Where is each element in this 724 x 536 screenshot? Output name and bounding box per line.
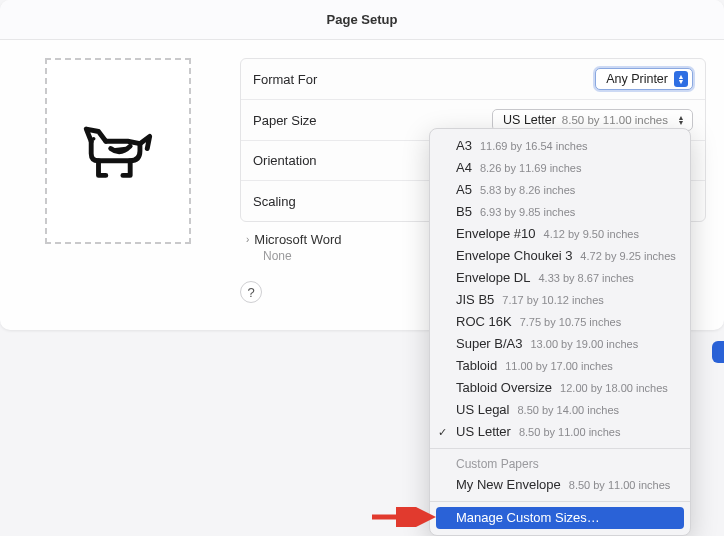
paper-size-option[interactable]: ✓US Letter8.50 by 11.00 inches: [430, 421, 690, 443]
option-dim: 11.69 by 16.54 inches: [480, 138, 588, 154]
option-dim: 8.50 by 11.00 inches: [519, 424, 621, 440]
paper-size-option[interactable]: A55.83 by 8.26 inches: [430, 179, 690, 201]
orientation-label: Orientation: [253, 153, 317, 168]
updown-icon: ▲▼: [674, 71, 688, 87]
window-title: Page Setup: [327, 12, 398, 27]
option-dim: 4.33 by 8.67 inches: [538, 270, 633, 286]
updown-icon: ▲▼: [674, 112, 688, 128]
paper-size-option[interactable]: Envelope DL4.33 by 8.67 inches: [430, 267, 690, 289]
option-name: JIS B5: [456, 292, 494, 308]
check-icon: ✓: [438, 424, 447, 440]
chevron-right-icon: ›: [246, 234, 249, 245]
paper-size-option[interactable]: ROC 16K7.75 by 10.75 inches: [430, 311, 690, 333]
paper-size-label: Paper Size: [253, 113, 317, 128]
page-preview: [45, 58, 191, 244]
option-dim: 12.00 by 18.00 inches: [560, 380, 668, 396]
paper-size-value: US Letter: [503, 113, 556, 127]
option-dim: 6.93 by 9.85 inches: [480, 204, 575, 220]
option-dim: 8.26 by 11.69 inches: [480, 160, 582, 176]
option-name: US Legal: [456, 402, 509, 418]
option-name: ROC 16K: [456, 314, 512, 330]
option-name: My New Envelope: [456, 477, 561, 493]
option-name: A4: [456, 160, 472, 176]
arrow-annotation: [370, 507, 436, 527]
format-for-label: Format For: [253, 72, 317, 87]
option-name: Envelope DL: [456, 270, 530, 286]
scaling-label: Scaling: [253, 194, 296, 209]
manage-custom-sizes[interactable]: Manage Custom Sizes…: [436, 507, 684, 529]
paper-size-option[interactable]: Envelope Choukei 34.72 by 9.25 inches: [430, 245, 690, 267]
option-name: A3: [456, 138, 472, 154]
option-name: Tabloid: [456, 358, 497, 374]
paper-size-dim: 8.50 by 11.00 inches: [562, 114, 668, 126]
primary-button-edge[interactable]: [712, 341, 724, 363]
paper-size-option[interactable]: Tabloid Oversize12.00 by 18.00 inches: [430, 377, 690, 399]
menu-separator: [430, 501, 690, 502]
option-name: Envelope Choukei 3: [456, 248, 572, 264]
option-name: US Letter: [456, 424, 511, 440]
paper-size-option[interactable]: B56.93 by 9.85 inches: [430, 201, 690, 223]
paper-size-menu[interactable]: A311.69 by 16.54 inchesA48.26 by 11.69 i…: [429, 128, 691, 536]
paper-size-option[interactable]: A48.26 by 11.69 inches: [430, 157, 690, 179]
option-dim: 8.50 by 11.00 inches: [569, 477, 671, 493]
option-name: Tabloid Oversize: [456, 380, 552, 396]
option-dim: 11.00 by 17.00 inches: [505, 358, 613, 374]
custom-papers-header: Custom Papers: [430, 454, 690, 474]
format-for-value: Any Printer: [606, 72, 668, 86]
option-name: Super B/A3: [456, 336, 523, 352]
paper-size-option[interactable]: Tabloid11.00 by 17.00 inches: [430, 355, 690, 377]
disclosure-app-label: Microsoft Word: [254, 232, 341, 247]
menu-separator: [430, 448, 690, 449]
option-name: A5: [456, 182, 472, 198]
help-button[interactable]: ?: [240, 281, 262, 303]
format-for-popup[interactable]: Any Printer ▲▼: [595, 68, 693, 90]
paper-size-option[interactable]: Envelope #104.12 by 9.50 inches: [430, 223, 690, 245]
paper-size-option[interactable]: A311.69 by 16.54 inches: [430, 135, 690, 157]
option-dim: 7.75 by 10.75 inches: [520, 314, 622, 330]
svg-point-0: [92, 137, 96, 141]
option-dim: 4.72 by 9.25 inches: [580, 248, 675, 264]
option-dim: 4.12 by 9.50 inches: [544, 226, 639, 242]
option-name: B5: [456, 204, 472, 220]
paper-size-option[interactable]: US Legal8.50 by 14.00 inches: [430, 399, 690, 421]
format-for-row: Format For Any Printer ▲▼: [241, 59, 705, 100]
option-name: Envelope #10: [456, 226, 536, 242]
paper-size-option[interactable]: My New Envelope8.50 by 11.00 inches: [430, 474, 690, 496]
option-dim: 13.00 by 19.00 inches: [531, 336, 639, 352]
titlebar: Page Setup: [0, 0, 724, 40]
option-dim: 8.50 by 14.00 inches: [517, 402, 619, 418]
dog-icon: [79, 112, 157, 190]
option-dim: 5.83 by 8.26 inches: [480, 182, 575, 198]
option-dim: 7.17 by 10.12 inches: [502, 292, 604, 308]
paper-size-option[interactable]: Super B/A313.00 by 19.00 inches: [430, 333, 690, 355]
paper-size-option[interactable]: JIS B57.17 by 10.12 inches: [430, 289, 690, 311]
preview-column: [18, 58, 218, 303]
